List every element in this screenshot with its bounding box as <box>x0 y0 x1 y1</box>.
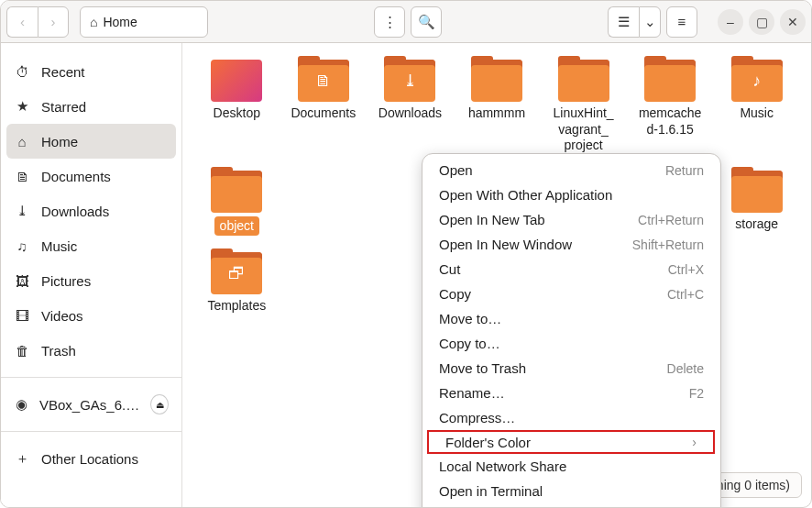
folder-icon <box>211 171 262 213</box>
grid-item[interactable]: object <box>195 167 279 249</box>
sidebar-item-label: Music <box>41 238 77 254</box>
sidebar-item-recent[interactable]: ⏱Recent <box>1 54 181 89</box>
sidebar-item-label: Downloads <box>41 204 109 219</box>
menu-item-rename[interactable]: Rename…F2 <box>422 381 720 405</box>
folder-icon: ♪ <box>731 60 783 102</box>
grid-item-label: LinuxHint_ vagrant_ project <box>553 105 613 154</box>
menu-item-local-network-share[interactable]: Local Network Share <box>422 454 720 479</box>
menu-item-shortcut: Ctrl+C <box>667 287 704 302</box>
menu-item-label: Open in Terminal <box>439 483 543 499</box>
downloads-icon: ⤓ <box>14 203 30 219</box>
menu-item-shortcut: Delete <box>667 361 704 376</box>
grid-item[interactable]: 🗗Templates <box>195 248 279 369</box>
menu-item-label: Local Network Share <box>439 458 566 474</box>
list-view-button[interactable]: ☰ <box>608 6 639 38</box>
menu-item-shortcut: Ctrl+X <box>668 262 704 277</box>
sidebar-item-starred[interactable]: ★Starred <box>1 89 181 124</box>
path-label: Home <box>103 15 137 29</box>
nav-group: ‹ › <box>6 6 69 38</box>
menu-item-label: Open With Other Application <box>439 187 612 203</box>
menu-item-copy-to[interactable]: Copy to… <box>422 331 720 356</box>
maximize-button[interactable]: ▢ <box>749 9 774 35</box>
sidebar-item-music[interactable]: ♫Music <box>1 228 181 263</box>
home-icon: ⌂ <box>14 134 30 149</box>
videos-icon: 🎞 <box>14 308 30 324</box>
sidebar-item-label: Other Locations <box>41 451 138 467</box>
grid-item[interactable]: hammmm <box>455 56 539 167</box>
eject-icon[interactable]: ⏏ <box>150 394 169 414</box>
grid-item-label: Downloads <box>379 105 442 122</box>
grid-item[interactable]: ⤓Downloads <box>368 56 452 167</box>
menu-item-send-to[interactable]: Send to… <box>422 503 720 507</box>
pictures-icon: 🖼 <box>14 273 30 289</box>
sidebar-item-videos[interactable]: 🎞Videos <box>1 298 181 333</box>
folder-icon: ⤓ <box>384 60 435 102</box>
grid-item[interactable]: memcache d-1.6.15 <box>629 56 712 167</box>
menu-item-move-to-trash[interactable]: Move to TrashDelete <box>422 356 720 381</box>
menu-item-label: Copy <box>439 286 471 302</box>
minimize-button[interactable]: – <box>718 9 743 35</box>
menu-item-shortcut: F2 <box>689 386 704 401</box>
sidebar-item-home[interactable]: ⌂Home <box>6 124 176 159</box>
menu-item-label: Open <box>439 162 473 178</box>
music-icon: ♫ <box>14 238 30 254</box>
sidebar-other-locations[interactable]: ＋ Other Locations <box>1 441 181 476</box>
menu-item-open-in-terminal[interactable]: Open in Terminal <box>422 479 720 503</box>
menu-item-open-with-other-application[interactable]: Open With Other Application <box>422 182 720 207</box>
menu-item-move-to[interactable]: Move to… <box>422 306 720 331</box>
grid-item-label: Documents <box>291 105 356 122</box>
sidebar-item-documents[interactable]: 🗎Documents <box>1 159 181 193</box>
menu-item-label: Folder's Color <box>445 435 531 450</box>
menu-item-label: Copy to… <box>439 336 500 351</box>
recent-icon: ⏱ <box>14 64 30 80</box>
sidebar-item-downloads[interactable]: ⤓Downloads <box>1 193 181 228</box>
disc-icon: ◉ <box>14 396 28 413</box>
menu-item-compress[interactable]: Compress… <box>422 405 720 430</box>
grid-item-label: memcache d-1.6.15 <box>639 105 701 138</box>
grid-item-label: storage <box>735 216 778 233</box>
sidebar-item-label: Documents <box>41 169 111 184</box>
sidebar-item-label: Pictures <box>41 273 91 289</box>
search-button[interactable]: 🔍 <box>411 6 442 38</box>
kebab-menu-button[interactable]: ⋮ <box>374 6 405 38</box>
menu-item-open[interactable]: OpenReturn <box>422 158 720 182</box>
grid-item[interactable]: Desktop <box>195 56 279 167</box>
menu-item-open-in-new-window[interactable]: Open In New WindowShift+Return <box>422 232 720 257</box>
menu-item-label: Open In New Tab <box>439 212 545 227</box>
sidebar-item-pictures[interactable]: 🖼Pictures <box>1 263 181 298</box>
grid-item-label: hammmm <box>468 105 525 122</box>
menu-item-shortcut: › <box>692 435 697 449</box>
starred-icon: ★ <box>14 98 30 115</box>
menu-item-shortcut: Return <box>665 163 704 178</box>
sidebar-item-label: Videos <box>41 308 83 324</box>
grid-item[interactable]: ♪Music <box>715 56 798 167</box>
sidebar-item-label: Home <box>41 134 78 149</box>
forward-button[interactable]: › <box>38 6 69 38</box>
grid-item[interactable]: storage <box>715 167 798 249</box>
menu-item-label: Move to Trash <box>439 360 526 376</box>
headerbar: ‹ › ⌂ Home ⋮ 🔍 ☰ ⌄ ≡ – ▢ ✕ <box>1 1 811 43</box>
menu-item-open-in-new-tab[interactable]: Open In New TabCtrl+Return <box>422 207 720 232</box>
menu-item-folder-s-color[interactable]: Folder's Color› <box>427 430 715 454</box>
grid-item[interactable]: LinuxHint_ vagrant_ project <box>542 56 625 167</box>
sidebar: ⏱Recent★Starred⌂Home🗎Documents⤓Downloads… <box>1 43 182 507</box>
desktop-icon <box>211 60 262 102</box>
close-button[interactable]: ✕ <box>780 9 806 35</box>
sidebar-item-trash[interactable]: 🗑Trash <box>1 333 181 368</box>
plus-icon: ＋ <box>14 450 30 468</box>
back-button[interactable]: ‹ <box>6 6 38 38</box>
menu-item-copy[interactable]: CopyCtrl+C <box>422 282 720 306</box>
menu-item-label: Move to… <box>439 311 501 326</box>
grid-item[interactable]: 🗎Documents <box>282 56 366 167</box>
sidebar-volume[interactable]: ◉ VBox_GAs_6.… ⏏ <box>1 387 181 422</box>
hamburger-menu-button[interactable]: ≡ <box>666 6 697 38</box>
folder-icon <box>644 60 696 102</box>
context-menu: OpenReturnOpen With Other ApplicationOpe… <box>422 153 721 507</box>
folder-icon <box>731 171 783 213</box>
menu-item-cut[interactable]: CutCtrl+X <box>422 257 720 282</box>
view-dropdown-button[interactable]: ⌄ <box>639 6 661 38</box>
folder-icon <box>471 60 522 102</box>
documents-icon: 🗎 <box>14 169 30 184</box>
folder-icon: 🗗 <box>211 252 262 294</box>
path-box[interactable]: ⌂ Home <box>80 6 208 38</box>
